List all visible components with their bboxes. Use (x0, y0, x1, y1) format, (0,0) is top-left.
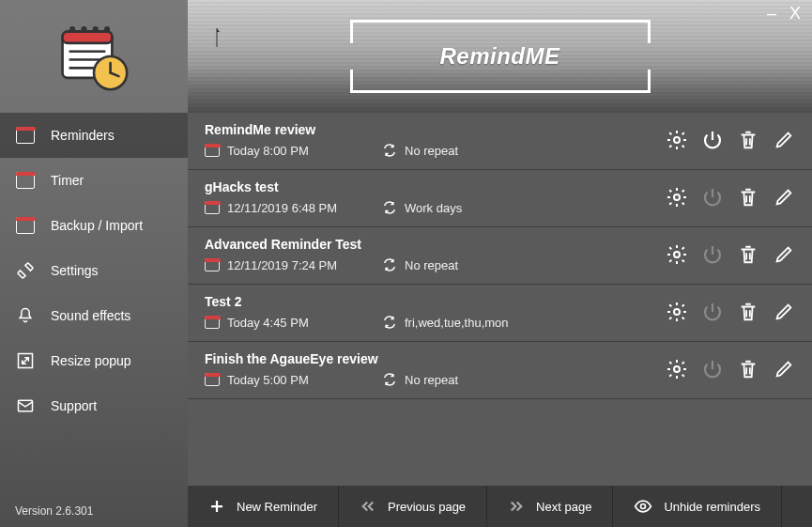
power-action[interactable] (701, 129, 724, 151)
svg-point-19 (674, 309, 680, 315)
unhide-reminders-button[interactable]: Unhide reminders (613, 486, 782, 527)
close-button[interactable]: X (789, 4, 801, 23)
sidebar-item-support[interactable]: Support (0, 383, 188, 428)
app-title: RemindME (439, 43, 559, 70)
new-reminder-button[interactable]: New Reminder (188, 486, 339, 527)
settings-action[interactable] (666, 358, 688, 380)
reminder-row: Test 2 Today 4:45 PM fri,wed,tue,thu,mon (188, 285, 812, 342)
calendar-icon (205, 144, 220, 157)
edit-action[interactable] (773, 358, 795, 380)
calendar-icon (205, 316, 220, 329)
svg-point-16 (674, 137, 680, 143)
nav-label: Sound effects (51, 308, 130, 323)
button-label: Previous page (388, 500, 466, 514)
bottom-bar: New Reminder Previous page Next page Unh… (188, 486, 812, 527)
settings-action[interactable] (666, 301, 688, 323)
reminder-row: RemindMe review Today 8:00 PM No repeat (188, 113, 812, 170)
nav-label: Settings (51, 263, 99, 278)
reminder-repeat: No repeat (405, 144, 458, 158)
calendar-icon (205, 373, 220, 386)
calendar-logo-icon (53, 15, 135, 98)
nav-label: Reminders (51, 128, 115, 143)
svg-point-4 (93, 26, 99, 32)
timer-icon (15, 170, 36, 191)
next-page-button[interactable]: Next page (487, 486, 613, 527)
edit-action[interactable] (773, 129, 795, 151)
bell-icon (15, 305, 36, 326)
nav-label: Support (51, 398, 97, 413)
reminder-repeat: Work days (405, 201, 462, 215)
reminder-row: gHacks test 12/11/2019 6:48 PM Work days (188, 170, 812, 227)
edit-action[interactable] (773, 186, 795, 209)
reminder-date: Today 5:00 PM (227, 373, 309, 387)
previous-page-button[interactable]: Previous page (339, 486, 487, 527)
power-action[interactable] (701, 301, 724, 323)
reminder-repeat: fri,wed,tue,thu,mon (405, 316, 509, 330)
sidebar-item-sound[interactable]: Sound effects (0, 293, 188, 338)
nav-label: Timer (51, 173, 84, 188)
svg-point-17 (674, 194, 680, 200)
backup-icon (15, 215, 36, 236)
button-label: Unhide reminders (664, 500, 760, 514)
sidebar: Reminders Timer Backup / Import Settings (0, 0, 188, 527)
reminder-title: Test 2 (205, 294, 656, 309)
repeat-icon (382, 372, 397, 387)
repeat-icon (382, 257, 397, 272)
svg-point-5 (104, 26, 110, 32)
header-frame: RemindME (350, 20, 651, 93)
header: RemindME (188, 0, 812, 113)
calendar-icon (205, 258, 220, 271)
svg-point-20 (674, 366, 680, 372)
plus-icon (208, 498, 225, 515)
reminder-row: Finish the AgaueEye review Today 5:00 PM… (188, 342, 812, 399)
app-logo (0, 0, 188, 113)
delete-action[interactable] (737, 186, 759, 209)
reminder-title: gHacks test (205, 179, 656, 194)
reminder-date: 12/11/2019 6:48 PM (227, 201, 337, 215)
svg-point-21 (641, 504, 646, 509)
app-root: Reminders Timer Backup / Import Settings (0, 0, 812, 527)
button-label: Next page (536, 500, 591, 514)
sidebar-item-backup[interactable]: Backup / Import (0, 203, 188, 248)
reminder-date: Today 8:00 PM (227, 144, 309, 158)
minimize-button[interactable]: – (767, 4, 776, 23)
power-action[interactable] (701, 243, 724, 266)
sidebar-item-reminders[interactable]: Reminders (0, 113, 188, 158)
svg-rect-1 (63, 32, 113, 43)
delete-action[interactable] (737, 243, 759, 266)
edit-action[interactable] (773, 243, 795, 266)
settings-action[interactable] (666, 129, 688, 151)
eye-icon (634, 497, 652, 516)
repeat-icon (382, 315, 397, 330)
settings-action[interactable] (666, 243, 688, 266)
power-action[interactable] (701, 358, 724, 380)
main: – X RemindME RemindMe review Today 8:00 … (188, 0, 812, 527)
reminder-title: Finish the AgaueEye review (205, 351, 656, 366)
delete-action[interactable] (737, 129, 759, 151)
chevrons-right-icon (508, 498, 525, 515)
version-label: Version 2.6.301 (15, 504, 93, 518)
window-controls: – X (767, 4, 801, 23)
reminder-repeat: No repeat (405, 373, 458, 387)
sidebar-item-timer[interactable]: Timer (0, 158, 188, 203)
reminders-list: RemindMe review Today 8:00 PM No repeat … (188, 113, 812, 486)
delete-action[interactable] (737, 358, 759, 380)
reminder-date: 12/11/2019 7:24 PM (227, 258, 337, 272)
reminder-title: RemindMe review (205, 122, 656, 137)
chevrons-left-icon (360, 498, 376, 515)
repeat-icon (382, 200, 397, 215)
sidebar-item-settings[interactable]: Settings (0, 248, 188, 293)
sidebar-item-resize[interactable]: Resize popup (0, 338, 188, 383)
svg-point-2 (69, 26, 75, 32)
reminders-icon (15, 125, 36, 146)
edit-action[interactable] (773, 301, 795, 323)
power-action[interactable] (701, 186, 724, 209)
reminder-row: Advanced Reminder Test 12/11/2019 7:24 P… (188, 227, 812, 285)
settings-action[interactable] (666, 186, 688, 209)
resize-icon (15, 350, 36, 371)
mail-icon (15, 395, 36, 416)
delete-action[interactable] (737, 301, 759, 323)
calendar-icon (205, 201, 220, 214)
svg-point-3 (81, 26, 86, 32)
reminder-repeat: No repeat (405, 258, 458, 272)
